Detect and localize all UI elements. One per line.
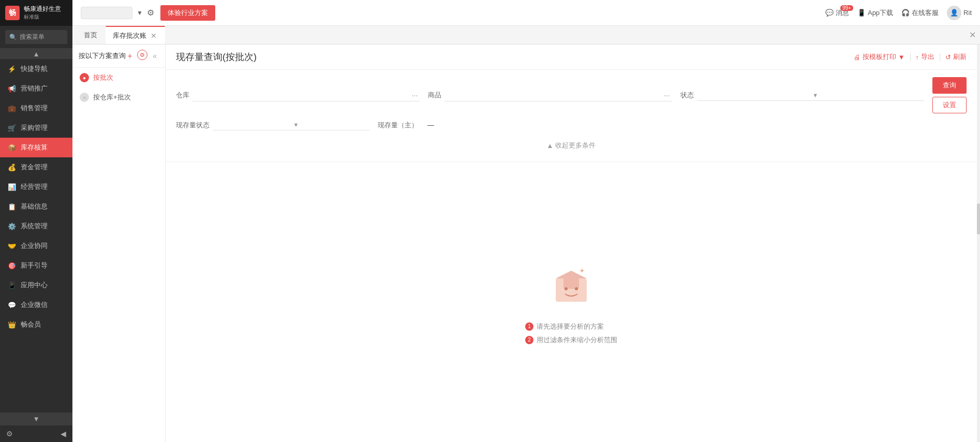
left-scheme-panel: 按以下方案查询 ＋ ⚙ « ● 按批次 ○ 按仓库+批次 — [72, 45, 166, 442]
stock-status-value — [213, 123, 291, 127]
scheme-section-label: 按以下方案查询 — [79, 51, 126, 61]
scheme-item-batch[interactable]: ● 按批次 — [72, 68, 165, 87]
settings-button[interactable]: 设置 — [932, 97, 967, 113]
status-filter: 状态 ▼ — [680, 90, 924, 101]
user-name: Rit — [963, 9, 972, 17]
online-service-icon: 🎧 — [901, 9, 910, 17]
status-select-wrapper[interactable]: ▼ — [697, 90, 924, 101]
sidebar-label-marketing: 营销推广 — [21, 84, 48, 93]
sidebar-item-purchase[interactable]: 🛒 采购管理 — [0, 118, 72, 138]
tab-inventory-batch[interactable]: 库存批次账 ✕ — [106, 26, 165, 44]
sidebar-label-newbie: 新手引导 — [21, 261, 48, 270]
scrollbar-thumb[interactable] — [977, 203, 980, 234]
warehouse-more-button[interactable]: ··· — [410, 91, 420, 99]
stock-status-label: 现存量状态 — [176, 121, 210, 130]
stock-status-select-wrapper[interactable]: ▼ — [213, 120, 369, 130]
experience-industry-button[interactable]: 体验行业方案 — [160, 5, 215, 21]
sidebar-item-system[interactable]: ⚙️ 系统管理 — [0, 216, 72, 236]
add-scheme-button[interactable]: ＋ — [126, 50, 134, 62]
sidebar-item-finance[interactable]: 💰 资金管理 — [0, 157, 72, 177]
online-service-button[interactable]: 🎧 在线客服 — [901, 8, 939, 18]
message-icon: 💬 — [825, 9, 834, 17]
tip-num-2: 2 — [525, 336, 533, 344]
scheme-item-warehouse-batch[interactable]: ○ 按仓库+批次 — [72, 87, 165, 107]
sidebar-settings-button[interactable]: ⚙ — [6, 430, 13, 438]
topbar-settings-button[interactable]: ⚙ — [147, 8, 154, 18]
user-profile-button[interactable]: 👤 Rit — [947, 6, 972, 20]
app-download-label: App下载 — [868, 8, 893, 18]
export-button[interactable]: ↑ 导出 — [916, 52, 935, 62]
topbar-search-input[interactable] — [81, 7, 132, 19]
sidebar-item-wechat[interactable]: 💬 企业微信 — [0, 295, 72, 315]
scheme-settings-button[interactable]: ⚙ — [137, 50, 147, 60]
product-more-button[interactable]: ··· — [662, 91, 672, 99]
page-title-actions: 🖨 按模板打印 ▼ ↑ 导出 ↺ 刷新 — [854, 52, 967, 62]
newbie-icon: 🎯 — [7, 261, 17, 270]
sidebar-item-appcenter[interactable]: 📱 应用中心 — [0, 275, 72, 295]
sidebar-scroll-up[interactable]: ▲ — [0, 49, 72, 59]
sidebar-item-operations[interactable]: 📊 经营管理 — [0, 177, 72, 197]
sidebar-label-purchase: 采购管理 — [21, 123, 48, 132]
scheme-label-batch: 按批次 — [93, 73, 113, 82]
app-title: 畅康通好生意 — [24, 5, 61, 13]
sidebar-label-wechat: 企业微信 — [21, 300, 48, 310]
panel-collapse-button[interactable]: « — [151, 50, 159, 62]
message-badge: 99+ — [840, 5, 853, 11]
sidebar-item-inventory[interactable]: 📦 库存核算 — [0, 138, 72, 157]
tab-home-label: 首页 — [84, 31, 97, 40]
operations-icon: 📊 — [7, 182, 17, 191]
scheme-dot-batch: ● — [80, 73, 89, 82]
warehouse-input-wrapper[interactable]: ··· — [192, 89, 420, 101]
search-menu-button[interactable]: 🔍 搜索菜单 — [5, 30, 67, 44]
divider-2 — [940, 53, 940, 61]
tab-close-button[interactable]: ✕ — [150, 32, 158, 39]
sidebar-search-area[interactable]: 🔍 搜索菜单 — [0, 26, 72, 49]
product-input-wrapper[interactable]: ··· — [444, 89, 672, 101]
empty-tip-2: 2 用过滤条件来缩小分析范围 — [525, 333, 617, 347]
sidebar-scroll-down[interactable]: ▼ — [0, 412, 72, 425]
app-logo: 畅 — [5, 6, 20, 20]
product-label: 商品 — [428, 91, 441, 100]
sidebar-label-system: 系统管理 — [21, 222, 48, 231]
messages-button[interactable]: 💬 消息 99+ — [825, 8, 849, 18]
refresh-icon: ↺ — [945, 53, 951, 61]
sidebar-label-enterprise: 企业协同 — [21, 241, 48, 251]
empty-tip-1: 1 请先选择要分析的方案 — [525, 320, 617, 333]
sidebar-item-basic[interactable]: 📋 基础信息 — [0, 197, 72, 216]
sidebar-label-finance: 资金管理 — [21, 163, 48, 172]
collapse-more-button[interactable]: ▲ 收起更多条件 — [176, 137, 967, 154]
svg-point-4 — [575, 287, 578, 290]
warehouse-input[interactable] — [192, 89, 410, 101]
sidebar-item-enterprise[interactable]: 🤝 企业协同 — [0, 236, 72, 256]
tip-num-1: 1 — [525, 322, 533, 331]
product-input[interactable] — [444, 89, 662, 101]
tabbar: 首页 库存批次账 ✕ ✕ — [72, 26, 980, 45]
sidebar-item-shortcut[interactable]: ⚡ 快捷导航 — [0, 59, 72, 79]
search-button[interactable]: 查询 — [932, 77, 967, 94]
warehouse-filter: 仓库 ··· — [176, 89, 420, 101]
app-download-button[interactable]: 📱 App下载 — [857, 8, 893, 18]
print-button[interactable]: 🖨 按模板打印 ▼ — [854, 52, 905, 62]
print-label: 按模板打印 — [863, 52, 896, 62]
tab-home[interactable]: 首页 — [77, 26, 105, 44]
stock-amount-value: — — [421, 121, 440, 129]
app-download-icon: 📱 — [857, 9, 866, 17]
status-label: 状态 — [680, 91, 694, 100]
sidebar-collapse-button[interactable]: ◀ — [61, 430, 66, 438]
sidebar-footer: ⚙ ◀ — [0, 425, 72, 442]
sidebar-item-sales[interactable]: 💼 销售管理 — [0, 98, 72, 118]
sidebar-item-marketing[interactable]: 📢 营销推广 — [0, 79, 72, 98]
topbar-dropdown-button[interactable]: ▼ — [137, 9, 143, 17]
sidebar-header: 畅 畅康通好生意 标准版 — [0, 0, 72, 26]
sidebar-item-newbie[interactable]: 🎯 新手引导 — [0, 256, 72, 275]
marketing-icon: 📢 — [7, 84, 17, 93]
refresh-button[interactable]: ↺ 刷新 — [945, 52, 967, 62]
svg-rect-2 — [563, 278, 579, 289]
basic-icon: 📋 — [7, 202, 17, 211]
sidebar-item-member[interactable]: 👑 畅会员 — [0, 315, 72, 334]
empty-state: ✦ 1 请先选择要分析的方案 2 用过滤条件来缩小分析范围 — [166, 162, 977, 442]
tab-bar-close-button[interactable]: ✕ — [969, 30, 976, 40]
scheme-label-warehouse-batch: 按仓库+批次 — [93, 93, 131, 102]
status-chevron-icon: ▼ — [810, 90, 924, 100]
stock-status-chevron-icon: ▼ — [291, 120, 370, 130]
